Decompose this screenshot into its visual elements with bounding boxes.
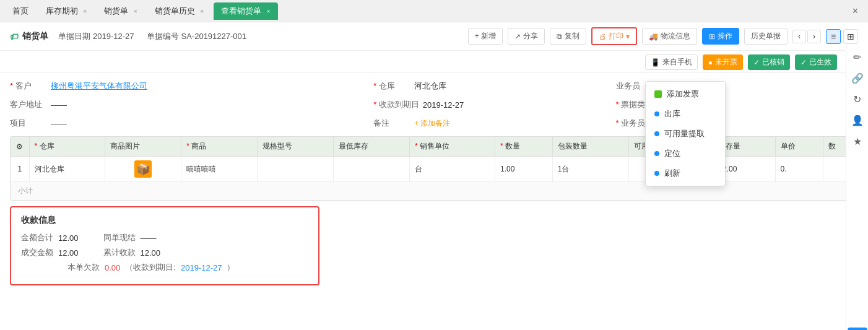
dropdown-outbound[interactable]: 出库 xyxy=(646,104,725,124)
dropdown-available-qty[interactable]: 可用量提取 xyxy=(646,124,725,144)
grid-view-icon[interactable]: ⊞ xyxy=(843,29,858,44)
tab-inventory-init-close[interactable]: × xyxy=(83,7,87,15)
history-button[interactable]: 历史单据 xyxy=(744,28,788,45)
tab-bar: 首页 库存期初 × 销货单 × 销货单历史 × 查看销货单 × × xyxy=(0,0,868,22)
tab-inventory-init[interactable]: 库存期初 × xyxy=(38,2,94,20)
cumulative-receipt-label: 累计收款 xyxy=(103,247,136,258)
copy-label: 复制 xyxy=(565,31,579,41)
warehouse-label: 仓库 xyxy=(373,80,410,92)
product-table: ⚙ 仓库 商品图片 商品 规格型号 最低库存 销售单位 数量 包装数量 可用量 … xyxy=(11,137,857,201)
customer-field: 客户 柳州粤港平安气体有限公司 xyxy=(10,80,373,92)
tab-home[interactable]: 首页 xyxy=(5,2,36,20)
col-spec: 规格型号 xyxy=(258,137,334,157)
outbound-label: 出库 xyxy=(664,108,680,119)
new-button[interactable]: + 新增 xyxy=(468,28,503,45)
form-row-3: 项目 —— 备注 + 添加备注 业务员孟 —— xyxy=(10,118,858,129)
sidebar-link-icon[interactable]: 🔗 xyxy=(848,68,867,88)
copy-icon: ⧉ xyxy=(557,32,562,41)
right-sidebar: ✏ 🔗 ↻ 👤 ★ ⤢ xyxy=(846,45,868,330)
refresh-icon xyxy=(654,171,659,176)
subtotal-label: 小计 xyxy=(11,182,857,201)
row-quantity: 1.00 xyxy=(495,157,553,182)
list-view-icon[interactable]: ≡ xyxy=(826,29,841,44)
tab-view-sales-label: 查看销货单 xyxy=(221,6,261,17)
checked-button[interactable]: ✓ 已核销 xyxy=(748,54,790,70)
operation-label: 操作 xyxy=(718,31,732,41)
row-unit-price: 0. xyxy=(775,157,823,182)
view-icons: ≡ ⊞ xyxy=(826,29,858,44)
payment-date-label: 收款到期日 xyxy=(373,99,419,110)
subtotal-row: 小计 xyxy=(11,182,857,201)
doc-date-label: 单据日期 xyxy=(58,31,90,42)
tab-sales-history[interactable]: 销货单历史 × xyxy=(147,2,211,20)
same-order-settlement-value: —— xyxy=(141,233,157,243)
tab-sales-history-close[interactable]: × xyxy=(200,7,204,15)
window-close-button[interactable]: × xyxy=(848,6,863,17)
col-unit-price: 单价 xyxy=(775,137,823,157)
tab-view-sales-close[interactable]: × xyxy=(266,7,270,15)
doc-date-field: 单据日期 2019-12-27 xyxy=(58,31,134,42)
doc-date-value: 2019-12-27 xyxy=(93,32,134,41)
current-arrears-value: 0.00 xyxy=(105,263,120,272)
locate-label: 定位 xyxy=(664,148,680,159)
effective-icon: ✓ xyxy=(801,58,807,67)
sidebar-user-icon[interactable]: 👤 xyxy=(848,110,867,130)
sidebar-star-icon[interactable]: ★ xyxy=(848,131,867,151)
form-row-2: 客户地址 —— 收款到期日 2019-12-27 票据类型 不开票 xyxy=(10,99,858,110)
dropdown-refresh[interactable]: 刷新 xyxy=(646,163,725,183)
nav-arrows: ‹ › xyxy=(792,30,821,43)
doc-title: 🏷 销货单 xyxy=(10,31,48,42)
new-button-label: + 新增 xyxy=(475,31,496,41)
row-warehouse: 河北仓库 xyxy=(29,157,105,182)
tab-sales-order-close[interactable]: × xyxy=(133,7,137,15)
dropdown-add-invoice[interactable]: 添加发票 xyxy=(646,84,725,104)
prev-arrow[interactable]: ‹ xyxy=(792,30,806,43)
sidebar-rotate-icon[interactable]: ↻ xyxy=(848,89,867,109)
row-min-stock xyxy=(334,157,410,182)
tab-view-sales[interactable]: 查看销货单 × xyxy=(214,2,277,20)
row-no: 1 xyxy=(11,157,29,182)
not-open-ticket-button[interactable]: ● 未开票 xyxy=(703,54,743,70)
tab-home-label: 首页 xyxy=(12,6,28,17)
payment-row-2: 成交金额 12.00 累计收款 12.00 xyxy=(21,247,308,258)
customer-value[interactable]: 柳州粤港平安气体有限公司 xyxy=(51,80,147,92)
tab-sales-order[interactable]: 销货单 × xyxy=(97,2,144,20)
current-arrears-field: 本单欠款 0.00 （收款到期日: 2019-12-27 ） xyxy=(67,262,235,273)
add-invoice-icon xyxy=(654,90,662,98)
dropdown-locate[interactable]: 定位 xyxy=(646,144,725,163)
doc-number-field: 单据编号 SA-20191227-001 xyxy=(147,31,247,42)
cumulative-receipt-field: 累计收款 12.00 xyxy=(103,247,161,258)
next-arrow[interactable]: › xyxy=(807,30,821,43)
col-product: 商品 xyxy=(181,137,258,157)
not-open-label: 未开票 xyxy=(715,57,737,67)
sidebar-expand-icon[interactable]: ⤢ xyxy=(848,328,867,330)
toolbar: + 新增 ↗ 分享 ⧉ 复制 🖨 打印 ▾ 🚚 物流信息 ⊞ 操作 xyxy=(468,27,858,45)
transaction-amount-label: 成交金额 xyxy=(21,247,53,258)
operation-button[interactable]: ⊞ 操作 xyxy=(702,28,739,45)
col-sales-unit: 销售单位 xyxy=(409,137,495,157)
copy-button[interactable]: ⧉ 复制 xyxy=(550,28,586,45)
total-amount-label: 金额合计 xyxy=(21,232,53,243)
add-invoice-label: 添加发票 xyxy=(667,89,699,100)
doc-meta: 单据日期 2019-12-27 单据编号 SA-20191227-001 xyxy=(58,31,246,42)
print-label: 打印 xyxy=(609,31,623,41)
from-phone-label: 来自手机 xyxy=(662,57,692,67)
add-note-button[interactable]: + 添加备注 xyxy=(414,118,450,129)
doc-number-value: SA-20191227-001 xyxy=(181,32,247,41)
tab-sales-order-label: 销货单 xyxy=(104,6,128,17)
sidebar-edit-icon[interactable]: ✏ xyxy=(848,47,867,67)
col-settings[interactable]: ⚙ xyxy=(11,137,29,157)
print-button[interactable]: 🖨 打印 ▾ xyxy=(591,27,637,45)
from-phone-button[interactable]: 📱 来自手机 xyxy=(645,54,698,70)
form-area: 客户 柳州粤港平安气体有限公司 仓库 河北仓库 业务员 演示账号 客户地址 ——… xyxy=(0,73,868,129)
effective-button[interactable]: ✓ 已生效 xyxy=(795,54,837,70)
table-header-row: ⚙ 仓库 商品图片 商品 规格型号 最低库存 销售单位 数量 包装数量 可用量 … xyxy=(11,137,857,157)
locate-icon xyxy=(654,151,659,156)
logistics-button[interactable]: 🚚 物流信息 xyxy=(642,28,697,45)
row-sales-unit: 台 xyxy=(409,157,495,182)
col-warehouse: 仓库 xyxy=(29,137,105,157)
row-product: 嘻嘻嘻嘻 xyxy=(181,157,258,182)
payment-row-1: 金额合计 12.00 同单现结 —— xyxy=(21,232,308,243)
share-button[interactable]: ↗ 分享 xyxy=(508,28,545,45)
ticket-icon: ● xyxy=(708,58,713,67)
